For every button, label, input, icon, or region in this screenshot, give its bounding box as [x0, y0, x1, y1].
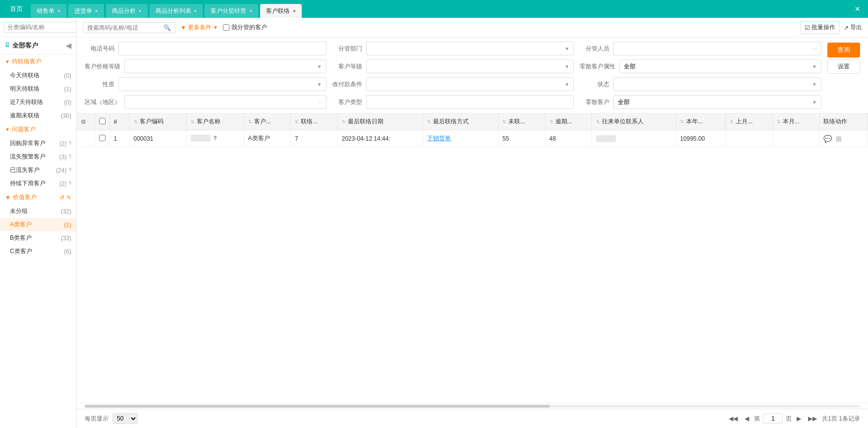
nav-tab-analysis-close[interactable]: × [139, 8, 142, 14]
filter-my-customers[interactable]: 我分管的客户 [223, 23, 267, 32]
grid-icon: ⠿ [5, 42, 9, 49]
filter-more-btn[interactable]: ▼ 更多条件 ▼ [180, 23, 218, 32]
nav-tab-analysis-list[interactable]: 商品分析列表 × [150, 4, 203, 18]
row-last-method[interactable]: 下销货单 [427, 135, 451, 142]
sort-overdue-icon: ⇅ [549, 119, 553, 124]
filter-retail-select[interactable]: 全部 ▼ [613, 95, 821, 109]
filter-retail-attr-select[interactable]: 全部 ▼ [619, 59, 821, 73]
per-page-select[interactable]: 50 100 [112, 413, 138, 424]
sort-not-contacted-icon: ⇅ [502, 119, 506, 124]
nav-tab-sales[interactable]: 销售单 × [31, 4, 66, 18]
query-btn[interactable]: 查询 [827, 43, 860, 57]
sidebar-item-class-c[interactable]: C类客户 (6) [0, 245, 76, 258]
top-nav: 首页 销售单 × 进货单 × 商品分析 × 商品分析列表 × 客户分层经营 × … [0, 0, 868, 18]
page-first-btn[interactable]: ◀◀ [727, 414, 740, 423]
sidebar-item-declining[interactable]: 持续下滑客户 (2) ? [0, 177, 76, 190]
settings-btn[interactable]: 设置 [827, 59, 860, 74]
filter-dept-arrow: ▼ [564, 46, 569, 52]
page-next-btn[interactable]: ▶ [795, 414, 803, 423]
sidebar-item-class-a[interactable]: A类客户 (1) [0, 218, 76, 231]
nav-tab-customer-segment[interactable]: 客户分层经营 × [205, 4, 258, 18]
nav-tab-purchase-close[interactable]: × [95, 8, 98, 14]
page-number-input[interactable] [763, 414, 783, 424]
page-prev-btn[interactable]: ◀ [743, 414, 751, 423]
nav-tab-purchase[interactable]: 进货单 × [68, 4, 104, 18]
sidebar-item-overdue-count: (30) [61, 112, 71, 119]
nav-tab-analysis[interactable]: 商品分析 × [106, 4, 148, 18]
row-checkbox[interactable] [99, 135, 106, 141]
nav-tab-sales-close[interactable]: × [57, 8, 60, 14]
export-btn[interactable]: ↗ 导出 [844, 23, 862, 32]
nav-tab-customer-segment-close[interactable]: × [249, 8, 252, 14]
filter-search-input[interactable] [87, 24, 162, 31]
filter-nature-select[interactable]: ▼ [118, 77, 326, 91]
filter-field-region: 区域（地区） ··· [85, 95, 326, 109]
sidebar-item-churn-warning[interactable]: 流失预警客户 (3) ? [0, 150, 76, 163]
sidebar-item-unclassified[interactable]: 未分组 (32) [0, 205, 76, 218]
row-this-month-cell [772, 130, 819, 147]
batch-op-label: 批量操作 [812, 23, 835, 32]
nav-tab-customer-contact-close[interactable]: × [293, 8, 296, 14]
filter-search-icon[interactable]: 🔍 [163, 24, 171, 31]
sidebar-section-problem[interactable]: ▼ 问题客户 [0, 122, 76, 137]
filter-dept-select[interactable]: ▼ [366, 42, 574, 55]
nav-tab-customer-segment-label: 客户分层经营 [211, 7, 246, 15]
sidebar-item-repurchase[interactable]: 回购异常客户 (2) ? [0, 137, 76, 150]
sidebar-item-today[interactable]: 今天待联络 (0) [0, 69, 76, 82]
row-type-cell: A类客户 [244, 130, 291, 147]
col-not-contacted-label: 未联... [508, 117, 525, 126]
filter-field-person: 分管人员 ··· [580, 42, 821, 55]
filter-my-checkbox[interactable] [223, 24, 229, 31]
filter-person-input[interactable]: ··· [613, 42, 821, 55]
sidebar-item-churned-label: 已流失客户 [10, 166, 40, 174]
sidebar-section-pending[interactable]: ▼ 待联络客户 [0, 54, 76, 69]
repurchase-help-icon: ? [68, 141, 71, 146]
sidebar-collapse-icon[interactable]: ◀ [66, 42, 71, 50]
filter-customer-level-select[interactable]: ▼ [366, 59, 574, 73]
window-close-icon[interactable]: × [851, 4, 864, 14]
filter-search-box: 🔍 [83, 22, 175, 33]
row-action-grid-icon[interactable]: ⊞ [836, 135, 842, 143]
filter-status-select[interactable]: ▼ [613, 77, 821, 91]
sidebar-item-tomorrow-count: (1) [64, 86, 71, 93]
nav-tab-customer-contact[interactable]: 客户联络 × [260, 4, 302, 18]
footer-right: ◀◀ ◀ 第 页 ▶ ▶▶ 共1页 1条记录 [727, 414, 860, 424]
filter-retail-label: 零散客户 [580, 98, 609, 107]
value-edit-icon[interactable]: ✎ [66, 194, 71, 201]
col-last-date-header: ⇅ 最后联络日期 [337, 113, 423, 130]
value-arrow-icon: ▼ [5, 194, 11, 201]
scrollbar-thumb[interactable] [85, 405, 550, 408]
value-refresh-icon[interactable]: ↺ [59, 194, 64, 201]
filter-phone-input[interactable] [118, 42, 326, 55]
col-last-month-header: ⇅ 上月... [726, 113, 773, 130]
sidebar-search-input[interactable] [4, 22, 77, 33]
batch-op-btn[interactable]: ☑ 批量操作 [800, 21, 840, 34]
sidebar-item-overdue[interactable]: 逾期未联络 (30) [0, 109, 76, 122]
table-settings-icon[interactable]: ⚙ [81, 118, 86, 125]
filter-row-2: 客户价格等级 ▼ 客户等级 ▼ [85, 59, 821, 73]
sidebar-item-churned[interactable]: 已流失客户 (24) ? [0, 163, 76, 177]
row-unit-contact-masked: RE . [596, 135, 616, 142]
sidebar-item-tomorrow[interactable]: 明天待联络 (1) [0, 82, 76, 96]
sidebar-all-customers-header: ⠿ 全部客户 ◀ [0, 37, 76, 54]
per-page-label: 每页显示 [85, 415, 108, 423]
batch-op-icon: ☑ [805, 24, 810, 31]
row-action-chat-icon[interactable]: 💬 [823, 135, 832, 143]
nav-home[interactable]: 首页 [4, 0, 29, 18]
page-last-btn[interactable]: ▶▶ [806, 414, 819, 423]
filter-price-level-select[interactable]: ▼ [124, 59, 326, 73]
sidebar-item-7days[interactable]: 近7天待联络 (0) [0, 96, 76, 109]
col-not-contacted-header: ⇅ 未联... [498, 113, 545, 130]
row-no-cell: 1 [109, 130, 129, 147]
filter-customer-type-input[interactable] [366, 95, 574, 109]
sort-name-icon: ⇅ [191, 119, 195, 124]
filter-customer-type-label: 客户类型 [332, 98, 362, 107]
filter-payment-select[interactable]: ▼ [366, 77, 574, 91]
sidebar-section-value[interactable]: ▼ 价值客户 ↺ ✎ [0, 190, 76, 205]
col-last-method-label: 最后联络方式 [433, 117, 469, 126]
select-all-checkbox[interactable] [99, 118, 106, 124]
sidebar-item-class-b[interactable]: B类客户 (33) [0, 231, 76, 245]
filter-region-input[interactable]: ··· [124, 95, 326, 109]
sidebar-item-declining-count: (2) [59, 180, 67, 187]
nav-tab-analysis-list-close[interactable]: × [194, 8, 197, 14]
